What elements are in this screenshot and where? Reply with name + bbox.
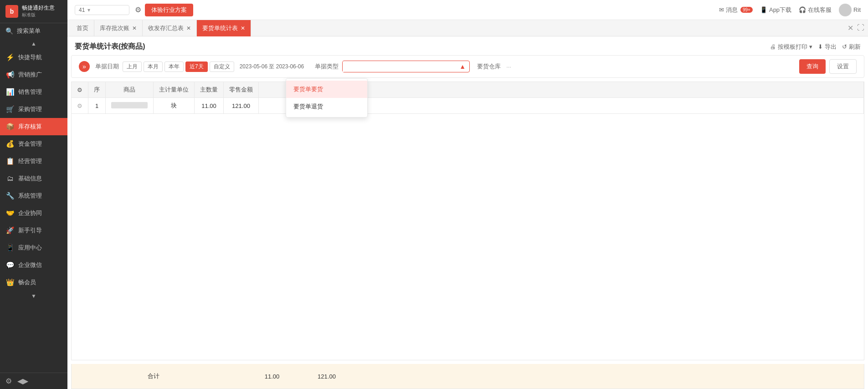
query-btn[interactable]: 查询	[799, 59, 826, 74]
print-arrow-icon: ▾	[809, 43, 812, 50]
tab-batch-account-close[interactable]: ✕	[132, 25, 137, 31]
filter-expand-btn[interactable]: »	[79, 61, 90, 72]
export-action[interactable]: ⬇ 导出	[818, 43, 837, 51]
sidebar-item-operation[interactable]: 📋 经营管理	[0, 153, 67, 170]
tab-home-label: 首页	[77, 24, 88, 32]
refresh-label: 刷新	[849, 43, 861, 51]
collapse-icon[interactable]: ◀▶	[17, 377, 28, 385]
sidebar-item-inventory[interactable]: 📦 库存核算	[0, 118, 67, 135]
tab-batch-account[interactable]: 库存批次账 ✕	[94, 20, 143, 36]
sidebar-item-label: 系统管理	[18, 192, 42, 200]
sidebar: b 畅捷通好生意 标准版 🔍 搜索菜单 ▲ ⚡ 快捷导航 📢 营销推广 📊 销售…	[0, 0, 67, 389]
row-qty: 11.00	[195, 98, 224, 114]
sidebar-item-label: 企业微信	[18, 261, 42, 269]
messages-item[interactable]: ✉ 消息 99+	[719, 6, 753, 14]
topbar-dropdown-value: 41	[79, 7, 85, 13]
online-service-item[interactable]: 🎧 在线客服	[799, 6, 832, 14]
filter-date-year[interactable]: 本年	[164, 61, 184, 72]
filter-date-custom[interactable]: 自定义	[210, 61, 234, 72]
col-num: 序	[88, 82, 106, 98]
filter-date-label: 单据日期	[95, 62, 119, 71]
filter-warehouse-label: 要货仓库	[477, 62, 501, 71]
topbar-store-dropdown[interactable]: 41 ▾	[75, 5, 129, 15]
sidebar-item-label: 企业协同	[18, 209, 42, 217]
sidebar-item-finance[interactable]: 💰 资金管理	[0, 135, 67, 153]
col-amount: 零售金额	[224, 82, 259, 98]
tab-order-summary-close[interactable]: ✕	[241, 25, 245, 31]
export-label: 导出	[825, 43, 837, 51]
tab-order-summary-label: 要货单统计表	[202, 24, 238, 32]
enterprise-icon: 🤝	[5, 209, 15, 217]
system-icon: 🔧	[5, 192, 15, 200]
sidebar-item-sales[interactable]: 📊 销售管理	[0, 83, 67, 101]
row-gear[interactable]: ⚙	[72, 98, 88, 114]
messages-badge: 99+	[740, 7, 753, 13]
sidebar-item-member[interactable]: 👑 畅会员	[0, 274, 67, 291]
page-header-actions: 🖨 按模板打印 ▾ ⬇ 导出 ↺ 刷新	[770, 43, 861, 51]
filter-warehouse-dots[interactable]: ···	[506, 63, 511, 70]
refresh-action[interactable]: ↺ 刷新	[842, 43, 861, 51]
logo-icon: b	[5, 5, 18, 18]
tab-home[interactable]: 首页	[71, 20, 94, 36]
sidebar-bottom: ⚙ ◀▶	[0, 373, 67, 389]
window-close-btn[interactable]: ✕	[847, 24, 853, 32]
app-download-label: App下载	[769, 6, 791, 14]
footer-amount: 121.00	[299, 369, 354, 384]
print-template-label: 按模板打印	[778, 43, 807, 51]
sidebar-item-quick-nav[interactable]: ⚡ 快捷导航	[0, 49, 67, 66]
filter-actions: 查询 设置	[799, 59, 857, 74]
topbar-left: 41 ▾ ⚙ 体验行业方案	[75, 4, 719, 16]
sidebar-item-system[interactable]: 🔧 系统管理	[0, 187, 67, 205]
trial-btn[interactable]: 体验行业方案	[145, 4, 193, 16]
sidebar-item-guide[interactable]: 🚀 新手引导	[0, 222, 67, 239]
table-row: ⚙ 1 块 11.00 121.00	[72, 98, 864, 114]
sidebar-item-marketing[interactable]: 📢 营销推广	[0, 66, 67, 83]
logo-sub: 标准版	[22, 12, 55, 18]
sidebar-item-purchase[interactable]: 🛒 采购管理	[0, 101, 67, 118]
tab-receive-summary[interactable]: 收发存汇总表 ✕	[143, 20, 197, 36]
quick-nav-icon: ⚡	[5, 53, 15, 61]
tab-batch-account-label: 库存批次账	[100, 24, 129, 32]
col-product: 商品	[106, 82, 154, 98]
sidebar-item-wechat[interactable]: 💬 企业微信	[0, 256, 67, 274]
online-service-label: 在线客服	[808, 6, 832, 14]
filter-bar: » 单据日期 上月 本月 本年 近7天 自定义 2023-05-06 至 202…	[71, 55, 864, 78]
sidebar-item-label: 新手引导	[18, 226, 42, 235]
user-item[interactable]: Rit	[839, 4, 861, 16]
sidebar-item-label: 应用中心	[18, 244, 42, 252]
print-icon: 🖨	[770, 43, 776, 50]
settings-btn[interactable]: 设置	[829, 59, 857, 74]
refresh-icon: ↺	[842, 43, 847, 50]
sidebar-scroll-up[interactable]: ▲	[0, 39, 67, 49]
sidebar-item-label: 经营管理	[18, 157, 42, 165]
sidebar-item-basic[interactable]: 🗂 基础信息	[0, 170, 67, 187]
window-expand-btn[interactable]: ⛶	[857, 24, 864, 32]
filter-type-arrow-icon[interactable]: ▲	[456, 61, 469, 72]
sidebar-item-label: 畅会员	[18, 278, 36, 287]
topbar-gear-icon[interactable]: ⚙	[135, 5, 141, 14]
sidebar-scroll-down[interactable]: ▼	[0, 291, 67, 301]
print-template-action[interactable]: 🖨 按模板打印 ▾	[770, 43, 812, 51]
tab-receive-summary-close[interactable]: ✕	[186, 25, 191, 31]
sidebar-item-apps[interactable]: 📱 应用中心	[0, 239, 67, 256]
tab-receive-summary-label: 收发存汇总表	[148, 24, 184, 32]
sidebar-item-enterprise[interactable]: 🤝 企业协同	[0, 205, 67, 222]
sidebar-search-label: 搜索菜单	[17, 27, 41, 35]
dropdown-item-order-return[interactable]: 要货单退货	[286, 98, 367, 115]
dropdown-item-order-purchase[interactable]: 要货单要货	[286, 81, 367, 98]
filter-date-prev[interactable]: 上月	[123, 61, 142, 72]
tab-order-summary[interactable]: 要货单统计表 ✕	[197, 20, 251, 36]
footer-total-label: 合计	[148, 373, 159, 379]
table-header-row: ⚙ 序 商品 主计量单位 主数量 零售金额	[72, 82, 864, 98]
col-gear[interactable]: ⚙	[72, 82, 88, 98]
footer-gear-cell	[72, 373, 94, 380]
footer-unit-cell	[190, 373, 245, 380]
filter-date-curr[interactable]: 本月	[144, 61, 163, 72]
filter-type-input[interactable]	[343, 61, 456, 72]
sidebar-search[interactable]: 🔍 搜索菜单	[0, 23, 67, 39]
app-download-item[interactable]: 📱 App下载	[760, 6, 791, 14]
settings-icon[interactable]: ⚙	[5, 377, 12, 385]
product-placeholder	[111, 102, 148, 108]
logo-name: 畅捷通好生意	[22, 5, 55, 12]
filter-date-week7[interactable]: 近7天	[185, 61, 208, 72]
